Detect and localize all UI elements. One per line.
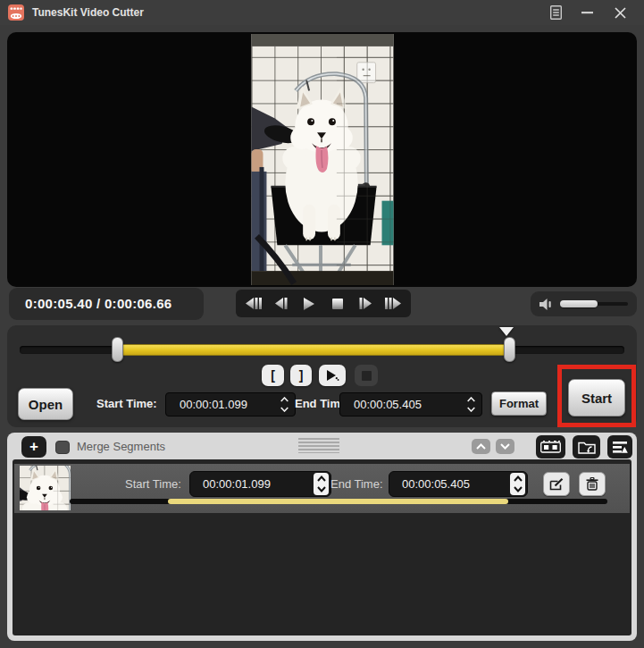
start-button[interactable]: Start [568,379,625,417]
fast-forward-icon [385,298,401,309]
set-end-button[interactable]: ] [290,365,312,386]
minimize-icon [581,12,593,14]
panel-resize-grip[interactable] [298,438,339,453]
minimize-button[interactable] [575,0,598,25]
transport-bar [236,290,411,317]
menu-button[interactable] [543,0,568,25]
app-logo-icon [8,4,24,21]
segment-range-bar [70,499,607,504]
film-strip-icon [540,441,561,454]
step-forward-button[interactable] [353,292,378,316]
start-time-stepper[interactable] [278,394,290,415]
edit-icon [549,478,564,491]
close-icon [615,7,626,19]
volume-control [531,291,637,316]
chevron-up-icon [280,397,289,402]
segment-start-stepper[interactable] [314,473,329,495]
play-button[interactable] [297,292,322,316]
start-time-label: Start Time: [96,390,157,418]
start-time-input[interactable] [165,392,296,417]
set-start-button[interactable]: [ [262,365,284,386]
chevron-up-icon [317,475,326,482]
segment-list-button[interactable] [607,435,632,459]
merge-segments-checkbox[interactable] [55,441,70,454]
end-time-stepper[interactable] [464,394,477,415]
chevron-down-icon [317,486,326,492]
trash-icon [586,477,598,491]
chevron-down-icon [467,407,475,412]
end-time-input[interactable] [339,392,482,417]
preview-play-icon [326,370,339,382]
move-up-button[interactable] [472,439,490,454]
stop-preview-button[interactable] [355,365,378,386]
timeline-selection[interactable] [119,344,509,356]
segment-end-time-input[interactable] [389,471,528,497]
edit-segment-button[interactable] [543,472,570,496]
open-button[interactable]: Open [18,388,73,420]
chevron-up-icon [514,475,523,482]
delete-segment-button[interactable] [579,472,606,496]
fast-forward-button[interactable] [381,292,406,316]
segment-frames-button[interactable] [536,435,565,459]
window-title: TunesKit Video Cutter [32,0,144,25]
segment-end-time-label: End Time: [330,472,383,497]
volume-slider-fill[interactable] [560,300,598,307]
stop-preview-icon [362,371,372,381]
add-segment-button[interactable]: + [21,436,46,458]
stop-button[interactable] [325,292,350,316]
segment-list-area: Start Time: End Time: [13,459,631,635]
trim-control-panel: [ ] Open Start Time: End Time: Format St… [7,325,637,427]
fast-backward-button[interactable] [241,292,266,316]
format-button[interactable]: Format [491,391,547,416]
step-backward-button[interactable] [269,292,294,316]
video-preview-panel [7,32,637,287]
volume-slider[interactable] [560,302,628,306]
close-button[interactable] [607,0,632,25]
step-forward-icon [359,298,372,309]
folder-icon [578,441,596,454]
segment-range-fill [168,499,508,504]
timeline-playhead[interactable] [499,327,514,336]
chevron-down-icon [514,486,523,492]
segment-start-time-input[interactable] [189,471,331,497]
merge-segments-label: Merge Segments [77,433,165,461]
segment-end-stepper[interactable] [510,473,525,495]
play-icon [304,298,314,310]
title-bar: TunesKit Video Cutter [0,0,644,25]
list-icon [613,441,628,454]
segment-start-time-label: Start Time: [125,472,181,497]
preview-segment-button[interactable] [319,365,346,386]
move-down-button[interactable] [496,439,514,454]
chevron-down-icon [500,443,510,450]
open-folder-button[interactable] [573,435,600,459]
playback-time-display: 0:00:05.40 / 0:00:06.66 [9,288,204,320]
segment-thumbnail [20,466,71,510]
chevron-down-icon [280,407,289,412]
timeline-start-handle[interactable] [112,337,123,362]
timeline-end-handle[interactable] [504,337,515,362]
video-frame [251,34,394,285]
chevron-up-icon [476,443,486,450]
stop-icon [332,299,343,309]
segments-panel: + Merge Segments [7,433,637,641]
fast-backward-icon [246,298,262,309]
step-backward-icon [275,298,288,309]
speaker-icon[interactable] [539,299,554,310]
menu-icon [550,5,562,20]
chevron-up-icon [467,397,475,402]
segment-row: Start Time: End Time: [14,464,630,513]
